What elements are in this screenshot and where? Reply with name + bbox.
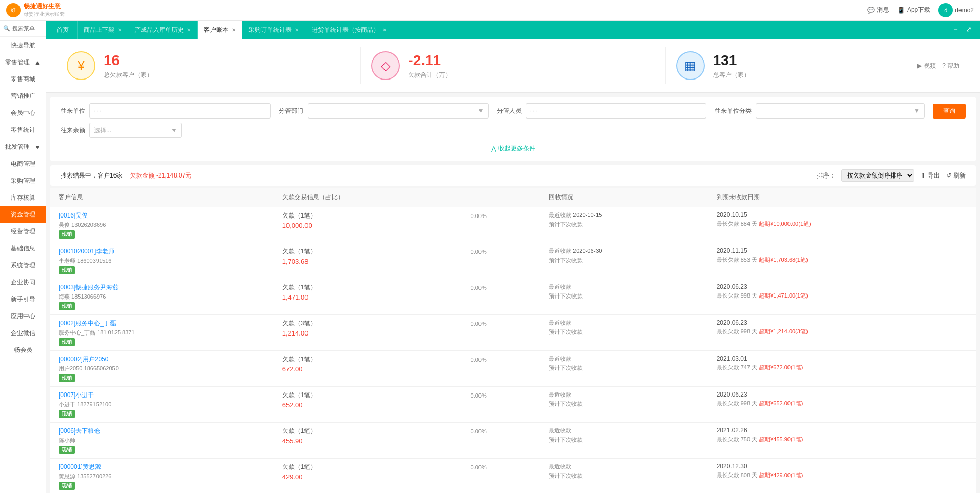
sidebar-item-guide[interactable]: 新手引导 bbox=[0, 291, 46, 308]
sidebar-item-wechat[interactable]: 企业微信 bbox=[0, 325, 46, 342]
sidebar-item-member[interactable]: 会员中心 bbox=[0, 105, 46, 122]
latest-collection-label: 最近收款 bbox=[549, 283, 700, 291]
customer-name[interactable]: [000001]黄思源 bbox=[59, 463, 266, 471]
source-unit-input[interactable]: ··· bbox=[89, 103, 271, 119]
table-row: [0003]畅捷服务尹海燕 海燕 18513066976 现销 欠款（1笔） 1… bbox=[50, 279, 976, 315]
tab-close-purchase-stats[interactable]: ✕ bbox=[295, 27, 299, 33]
chevron-down-dept: ▼ bbox=[478, 107, 484, 114]
latest-collection-label: 最近收款 2020-10-15 bbox=[549, 211, 700, 219]
search-button[interactable]: 查询 bbox=[933, 104, 966, 119]
dept-input[interactable]: ▼ bbox=[308, 103, 489, 119]
tab-production-history[interactable]: 产成品入库单历史 ✕ bbox=[128, 21, 198, 39]
sidebar-item-inventory[interactable]: 库存核算 bbox=[0, 189, 46, 206]
customer-name[interactable]: [0002]服务中心_丁磊 bbox=[59, 319, 266, 328]
tab-customer-account[interactable]: 客户账本 ✕ bbox=[198, 21, 242, 39]
chevron-down-category: ▼ bbox=[914, 107, 920, 114]
overdue-link[interactable]: 超期¥1,214.00(3笔) bbox=[759, 328, 808, 334]
tab-purchase-stats[interactable]: 采购订单统计表 ✕ bbox=[242, 21, 305, 39]
tab-import-stats[interactable]: 进货单统计表（按商品） ✕ bbox=[305, 21, 393, 39]
filter-row-2: 往来余额 选择... ▼ bbox=[61, 123, 966, 138]
overdue-link[interactable]: 超期¥10,000.00(1笔) bbox=[759, 221, 811, 227]
debt-count: 欠款（1笔） bbox=[282, 463, 454, 471]
sort-select[interactable]: 按欠款金额倒序排序 bbox=[841, 169, 914, 182]
overdue-date: 2020.06.23 bbox=[717, 391, 968, 398]
debt-ratio: 0.00% bbox=[471, 249, 533, 255]
sidebar-item-retail-shop[interactable]: 零售商城 bbox=[0, 71, 46, 88]
debt-amount[interactable]: 1,214.00 bbox=[282, 329, 454, 337]
unit-category-input[interactable]: ▼ bbox=[756, 103, 925, 119]
app-download-btn[interactable]: 📱 App下载 bbox=[897, 6, 930, 14]
overdue-link[interactable]: 超期¥429.00(1笔) bbox=[759, 472, 803, 478]
minimize-btn[interactable]: － bbox=[950, 23, 962, 36]
debt-count: 欠款（1笔） bbox=[282, 355, 454, 364]
overdue-link[interactable]: 超期¥455.90(1笔) bbox=[759, 436, 803, 442]
help-link[interactable]: ? 帮助 bbox=[942, 62, 959, 70]
col-debt-ratio bbox=[463, 188, 541, 207]
overdue-link[interactable]: 超期¥652.00(1笔) bbox=[759, 400, 803, 406]
overdue-link[interactable]: 超期¥672.00(1笔) bbox=[759, 364, 803, 370]
debt-amount[interactable]: 429.00 bbox=[282, 473, 454, 481]
customer-tag: 现销 bbox=[59, 374, 75, 382]
sidebar-search[interactable]: 🔍 搜索菜单 bbox=[0, 21, 46, 37]
tab-home[interactable]: 首页 bbox=[48, 21, 78, 39]
overdue-date: 2020.06.23 bbox=[717, 283, 968, 290]
sidebar-item-marketing[interactable]: 营销推广 bbox=[0, 88, 46, 105]
overdue-days: 最长欠款 853 天 超期¥1,703.68(1笔) bbox=[717, 256, 968, 264]
sidebar-item-ecommerce[interactable]: 电商管理 bbox=[0, 155, 46, 172]
message-btn[interactable]: 💬 消息 bbox=[867, 6, 889, 14]
debt-amount[interactable]: 1,703.68 bbox=[282, 258, 454, 265]
sidebar-item-system[interactable]: 系统管理 bbox=[0, 257, 46, 274]
export-icon: ⬆ bbox=[920, 172, 926, 179]
sidebar-item-operations[interactable]: 经营管理 bbox=[0, 223, 46, 240]
sidebar-item-finance[interactable]: 资金管理 bbox=[0, 206, 46, 223]
chevron-down-balance: ▼ bbox=[171, 127, 177, 134]
customer-name[interactable]: [0001020001]李老师 bbox=[59, 247, 266, 256]
export-btn[interactable]: ⬆ 导出 bbox=[920, 171, 940, 180]
chevron-up-icon: ⋀ bbox=[491, 145, 496, 152]
debt-ratio: 0.00% bbox=[471, 392, 533, 399]
debt-amount[interactable]: 455.90 bbox=[282, 437, 454, 445]
balance-input[interactable]: 选择... ▼ bbox=[89, 123, 182, 138]
latest-collection-label: 最近收款 2020-06-30 bbox=[549, 247, 700, 255]
customer-name[interactable]: [0003]畅捷服务尹海燕 bbox=[59, 283, 266, 292]
debt-amount[interactable]: 1,471.00 bbox=[282, 293, 454, 301]
tab-close-import-stats[interactable]: ✕ bbox=[382, 27, 387, 33]
maximize-btn[interactable]: ⤢ bbox=[964, 23, 974, 36]
sidebar-item-purchase[interactable]: 采购管理 bbox=[0, 172, 46, 189]
sidebar-item-retail-mgmt[interactable]: 零售管理 ▲ bbox=[0, 54, 46, 71]
tab-close-customer-account[interactable]: ✕ bbox=[232, 27, 236, 33]
debt-amount[interactable]: 652.00 bbox=[282, 401, 454, 409]
customer-name[interactable]: [0006]去下粮仓 bbox=[59, 427, 266, 436]
sidebar-item-enterprise[interactable]: 企业协同 bbox=[0, 274, 46, 291]
sidebar-item-vip[interactable]: 畅会员 bbox=[0, 342, 46, 359]
results-actions: 排序： 按欠款金额倒序排序 ⬆ 导出 ↺ 刷新 bbox=[817, 169, 966, 182]
tab-product-list[interactable]: 商品上下架 ✕ bbox=[78, 21, 128, 39]
overdue-link[interactable]: 超期¥1,471.00(1笔) bbox=[759, 292, 808, 299]
sidebar-item-batch-mgmt[interactable]: 批发管理 ▼ bbox=[0, 139, 46, 155]
sidebar-item-quick-nav[interactable]: 快捷导航 bbox=[0, 37, 46, 54]
avatar: d bbox=[938, 3, 953, 17]
overdue-days: 最长欠款 998 天 超期¥1,471.00(1笔) bbox=[717, 292, 968, 300]
sidebar-item-apps[interactable]: 应用中心 bbox=[0, 308, 46, 325]
debt-amount[interactable]: 672.00 bbox=[282, 365, 454, 373]
sidebar-item-retail-stats[interactable]: 零售统计 bbox=[0, 122, 46, 139]
customer-name[interactable]: [0016]吴俊 bbox=[59, 211, 266, 220]
tab-close-production-history[interactable]: ✕ bbox=[187, 27, 191, 33]
overdue-days: 最长欠款 808 天 超期¥429.00(1笔) bbox=[717, 471, 968, 479]
person-input[interactable]: ··· bbox=[526, 103, 707, 119]
debt-count: 欠款（1笔） bbox=[282, 211, 454, 220]
debt-amount[interactable]: 10,000.00 bbox=[282, 222, 454, 229]
video-link[interactable]: ▶ 视频 bbox=[917, 62, 936, 70]
latest-collection-label: 最近收款 bbox=[549, 319, 700, 327]
collapse-btn[interactable]: ⋀ 收起更多条件 bbox=[61, 142, 966, 155]
overdue-link[interactable]: 超期¥1,703.68(1笔) bbox=[759, 257, 808, 263]
latest-collection-label: 最近收款 bbox=[549, 391, 700, 399]
refresh-btn[interactable]: ↺ 刷新 bbox=[946, 171, 966, 180]
page-body: ¥ 16 总欠款客户（家） ◇ -2.11 欠款合计（万） ▦ bbox=[46, 39, 980, 493]
table-row: [0001020001]李老师 李老师 18600391516 现销 欠款（1笔… bbox=[50, 243, 976, 279]
sidebar-item-base-info[interactable]: 基础信息 bbox=[0, 240, 46, 257]
customer-name[interactable]: [0007]小进干 bbox=[59, 391, 266, 400]
customer-name[interactable]: [000002]用户2050 bbox=[59, 355, 266, 364]
tab-close-product-list[interactable]: ✕ bbox=[118, 27, 122, 33]
user-profile-btn[interactable]: d demo2 bbox=[938, 3, 974, 17]
